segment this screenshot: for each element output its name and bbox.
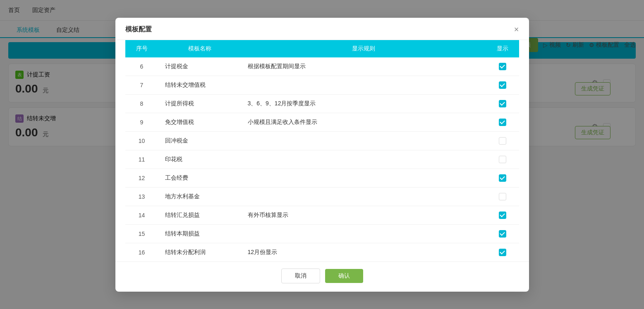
cell-name: 结转本期损益 <box>158 224 241 243</box>
cell-name: 计提所得税 <box>158 94 241 113</box>
cell-name: 回冲税金 <box>158 131 241 150</box>
col-name: 模板名称 <box>158 40 241 57</box>
cell-name: 计提税金 <box>158 57 241 76</box>
cell-display <box>486 150 519 169</box>
cell-name: 结转未分配利润 <box>158 243 241 261</box>
modal-footer: 取消 确认 <box>115 261 529 292</box>
cell-name: 结转未交增值税 <box>158 76 241 94</box>
display-checkbox[interactable] <box>499 249 506 256</box>
display-checkbox[interactable] <box>499 212 506 219</box>
cell-rule <box>241 187 486 206</box>
table-row: 15结转本期损益 <box>125 224 519 243</box>
table-row: 6计提税金根据模板配置期间显示 <box>125 57 519 76</box>
cell-rule: 12月份显示 <box>241 243 486 261</box>
cell-display <box>486 187 519 206</box>
cell-index: 9 <box>125 113 158 131</box>
cell-rule <box>241 76 486 94</box>
cell-index: 11 <box>125 150 158 169</box>
cell-display <box>486 131 519 150</box>
table-row: 10回冲税金 <box>125 131 519 150</box>
cancel-button[interactable]: 取消 <box>281 269 320 283</box>
confirm-button[interactable]: 确认 <box>325 269 363 283</box>
display-checkbox[interactable] <box>499 193 506 200</box>
display-checkbox[interactable] <box>499 63 506 70</box>
cell-display <box>486 243 519 261</box>
table-row: 9免交增值税小规模且满足收入条件显示 <box>125 113 519 131</box>
display-checkbox[interactable] <box>499 100 506 107</box>
cell-name: 结转汇兑损益 <box>158 206 241 224</box>
cell-display <box>486 76 519 94</box>
cell-name: 工会经费 <box>158 169 241 187</box>
cell-index: 12 <box>125 169 158 187</box>
col-index: 序号 <box>125 40 158 57</box>
col-rule: 显示规则 <box>241 40 486 57</box>
modal-header: 模板配置 × <box>115 18 529 40</box>
display-checkbox[interactable] <box>499 137 506 145</box>
cell-display <box>486 169 519 187</box>
cell-rule: 小规模且满足收入条件显示 <box>241 113 486 131</box>
modal-overlay: 模板配置 × 序号 模板名称 显示规则 显示 6计提税金根据模板配置期间显示7结… <box>0 0 644 309</box>
cell-rule: 根据模板配置期间显示 <box>241 57 486 76</box>
table-row: 11印花税 <box>125 150 519 169</box>
cell-index: 15 <box>125 224 158 243</box>
cell-display <box>486 224 519 243</box>
display-checkbox[interactable] <box>499 230 506 238</box>
display-checkbox[interactable] <box>499 156 506 163</box>
cell-name: 地方水利基金 <box>158 187 241 206</box>
config-table: 序号 模板名称 显示规则 显示 6计提税金根据模板配置期间显示7结转未交增值税8… <box>125 40 519 261</box>
cell-index: 13 <box>125 187 158 206</box>
table-row: 14结转汇兑损益有外币核算显示 <box>125 206 519 224</box>
cell-rule <box>241 224 486 243</box>
cell-display <box>486 113 519 131</box>
modal-close-button[interactable]: × <box>514 25 519 33</box>
table-body: 6计提税金根据模板配置期间显示7结转未交增值税8计提所得税3、6、9、12月按季… <box>125 57 519 261</box>
cell-name: 免交增值税 <box>158 113 241 131</box>
display-checkbox[interactable] <box>499 81 506 89</box>
cell-display <box>486 57 519 76</box>
table-row: 8计提所得税3、6、9、12月按季度显示 <box>125 94 519 113</box>
cell-index: 10 <box>125 131 158 150</box>
table-row: 12工会经费 <box>125 169 519 187</box>
cell-display <box>486 94 519 113</box>
modal-title: 模板配置 <box>125 25 152 34</box>
cell-index: 16 <box>125 243 158 261</box>
cell-index: 6 <box>125 57 158 76</box>
display-checkbox[interactable] <box>499 119 506 126</box>
table-row: 7结转未交增值税 <box>125 76 519 94</box>
cell-index: 14 <box>125 206 158 224</box>
modal-body: 序号 模板名称 显示规则 显示 6计提税金根据模板配置期间显示7结转未交增值税8… <box>115 40 529 261</box>
cell-index: 8 <box>125 94 158 113</box>
cell-index: 7 <box>125 76 158 94</box>
table-header-row: 序号 模板名称 显示规则 显示 <box>125 40 519 57</box>
cell-rule <box>241 169 486 187</box>
cell-rule <box>241 131 486 150</box>
modal-template-config: 模板配置 × 序号 模板名称 显示规则 显示 6计提税金根据模板配置期间显示7结… <box>115 18 529 292</box>
cell-name: 印花税 <box>158 150 241 169</box>
table-row: 16结转未分配利润12月份显示 <box>125 243 519 261</box>
cell-rule <box>241 150 486 169</box>
display-checkbox[interactable] <box>499 174 506 182</box>
col-display: 显示 <box>486 40 519 57</box>
cell-display <box>486 206 519 224</box>
table-row: 13地方水利基金 <box>125 187 519 206</box>
cell-rule: 有外币核算显示 <box>241 206 486 224</box>
cell-rule: 3、6、9、12月按季度显示 <box>241 94 486 113</box>
